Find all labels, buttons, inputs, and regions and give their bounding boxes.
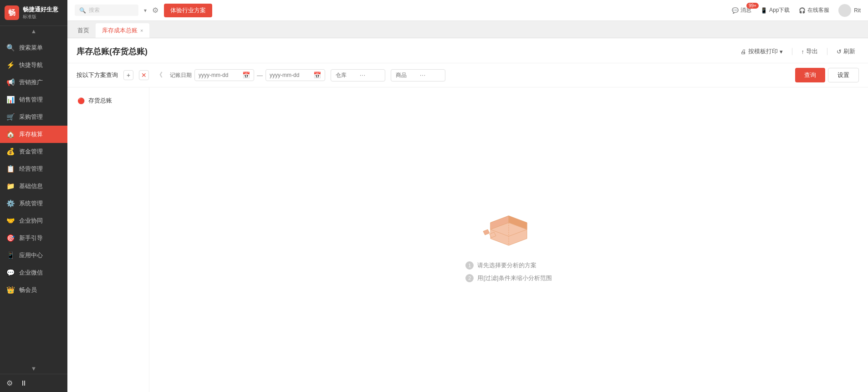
filter-collapse-btn[interactable]: 《 xyxy=(154,70,164,80)
nav-label-business: 经营管理 xyxy=(19,165,43,173)
app-title: 畅捷通好生意 xyxy=(23,6,58,14)
sidebar-scroll-up[interactable]: ▲ xyxy=(0,26,67,36)
tip-text-1: 请先选择要分析的方案 xyxy=(477,261,536,270)
query-btn[interactable]: 查询 xyxy=(795,68,825,82)
nav-icon-inventory: 🏠 xyxy=(6,130,15,138)
print-template-btn[interactable]: 🖨 按模板打印 ▾ xyxy=(737,46,786,57)
date-start-input[interactable]: 📅 xyxy=(194,69,254,81)
topbar-search[interactable]: 🔍 搜索 xyxy=(75,5,138,16)
tab-inventory-ledger[interactable]: 库存成本总账× xyxy=(96,23,149,38)
nav-label-shortcut: 快捷导航 xyxy=(19,61,43,69)
nav-icon-funds: 💰 xyxy=(6,148,15,156)
search-icon: 🔍 xyxy=(79,7,86,14)
action-separator-2 xyxy=(827,48,827,55)
nav-icon-business: 📋 xyxy=(6,165,15,173)
warehouse-more-icon: ··· xyxy=(360,72,380,78)
sidebar-item-sales[interactable]: 📊销售管理 xyxy=(0,91,67,108)
sidebar-item-marketing[interactable]: 📢营销推广 xyxy=(0,74,67,91)
filter-close-btn[interactable]: ✕ xyxy=(139,70,149,80)
warehouse-label: 仓库 xyxy=(336,71,356,79)
filter-label: 按以下方案查询 xyxy=(77,71,118,79)
user-name: Rit xyxy=(854,7,861,14)
main-content: 1 请先选择要分析的方案 2 用[过滤]条件来缩小分析范围 xyxy=(149,87,868,392)
sidebar-item-shortcut[interactable]: ⚡快捷导航 xyxy=(0,56,67,74)
message-btn[interactable]: 💬 消息 99+ xyxy=(732,6,751,14)
nav-icon-enterprise: 🤝 xyxy=(6,217,15,225)
tab-label-inventory-ledger: 库存成本总账 xyxy=(102,26,138,35)
page-header: 库存总账(存货总账) 🖨 按模板打印 ▾ ↑ 导出 ↺ 刷新 xyxy=(67,38,868,63)
app-download-btn[interactable]: 📱 App下载 xyxy=(761,6,790,14)
tip-text-2: 用[过滤]条件来缩小分析范围 xyxy=(477,274,551,282)
nav-label-basic: 基础信息 xyxy=(19,182,43,190)
app-logo-icon: 畅 xyxy=(5,5,19,20)
empty-illustration xyxy=(481,198,536,252)
nav-icon-basic: 📁 xyxy=(6,182,15,190)
nav-label-funds: 资金管理 xyxy=(19,148,43,156)
print-template-label: 按模板打印 xyxy=(748,47,778,56)
calendar-start-icon: 📅 xyxy=(242,71,250,79)
industry-btn[interactable]: 体验行业方案 xyxy=(164,4,212,17)
sidebar-item-newbie[interactable]: 🎯新手引导 xyxy=(0,229,67,247)
online-service-btn[interactable]: 🎧 在线客服 xyxy=(799,6,829,14)
goods-more-icon: ··· xyxy=(420,72,440,78)
tab-label-home: 首页 xyxy=(77,26,89,35)
nav-label-search: 搜索菜单 xyxy=(19,44,43,52)
nav-icon-system: ⚙️ xyxy=(6,199,15,208)
svg-marker-6 xyxy=(483,229,490,235)
user-area[interactable]: Rit xyxy=(838,4,861,17)
empty-tips: 1 请先选择要分析的方案 2 用[过滤]条件来缩小分析范围 xyxy=(465,261,551,282)
nav-label-wechat: 企业微信 xyxy=(19,269,43,277)
nav-icon-purchase: 🛒 xyxy=(6,113,15,121)
nav-label-system: 系统管理 xyxy=(19,199,43,208)
filter-add-btn[interactable]: + xyxy=(123,70,133,80)
date-start-field[interactable] xyxy=(199,72,240,78)
sidebar-item-enterprise[interactable]: 🤝企业协同 xyxy=(0,212,67,229)
message-icon: 💬 xyxy=(732,7,739,14)
app-subtitle: 标准版 xyxy=(23,14,58,20)
sidebar-item-purchase[interactable]: 🛒采购管理 xyxy=(0,108,67,126)
sidebar-item-inventory[interactable]: 🏠库存核算 xyxy=(0,126,67,143)
sidebar-item-business[interactable]: 📋经营管理 xyxy=(0,160,67,178)
page-title: 库存总账(存货总账) xyxy=(77,46,148,57)
tab-home[interactable]: 首页 xyxy=(71,23,96,38)
tabbar: 首页库存成本总账× xyxy=(67,21,868,38)
filter-item-label-inventory-ledger: 存货总账 xyxy=(88,97,112,105)
filter-bar: 按以下方案查询 + ✕ 《 记账日期 📅 — 📅 仓库 ··· xyxy=(67,63,868,87)
sidebar-item-system[interactable]: ⚙️系统管理 xyxy=(0,195,67,212)
nav-label-inventory: 库存核算 xyxy=(19,130,43,138)
export-btn[interactable]: ↑ 导出 xyxy=(798,46,822,57)
audio-icon[interactable]: ⏸ xyxy=(20,379,27,387)
goods-filter[interactable]: 商品 ··· xyxy=(391,69,445,81)
sidebar-item-wechat[interactable]: 💬企业微信 xyxy=(0,264,67,281)
sidebar-bottom: ⚙ ⏸ xyxy=(0,374,67,392)
sidebar: 畅 畅捷通好生意 标准版 ▲ 🔍搜索菜单⚡快捷导航📢营销推广📊销售管理🛒采购管理… xyxy=(0,0,67,392)
tab-close-inventory-ledger[interactable]: × xyxy=(140,28,143,33)
date-end-field[interactable] xyxy=(270,72,311,78)
settings-btn[interactable]: 设置 xyxy=(828,68,859,82)
main-area: 🔍 搜索 ▾ ⚙ 体验行业方案 💬 消息 99+ 📱 App下载 🎧 在线客服 … xyxy=(67,0,868,392)
empty-tip-1: 1 请先选择要分析的方案 xyxy=(465,261,551,270)
page-actions: 🖨 按模板打印 ▾ ↑ 导出 ↺ 刷新 xyxy=(737,46,859,57)
goods-label: 商品 xyxy=(396,71,416,79)
sidebar-scroll-down[interactable]: ▼ xyxy=(0,363,67,374)
date-end-input[interactable]: 📅 xyxy=(266,69,325,81)
nav-label-newbie: 新手引导 xyxy=(19,234,43,242)
headset-icon: 🎧 xyxy=(799,7,806,14)
filter-item-icon-inventory-ledger: 🔴 xyxy=(77,97,85,104)
calendar-end-icon: 📅 xyxy=(313,71,321,79)
warehouse-filter[interactable]: 仓库 ··· xyxy=(331,69,385,81)
sidebar-item-appcenter[interactable]: 📱应用中心 xyxy=(0,247,67,264)
topbar-chevron-icon[interactable]: ▾ xyxy=(144,7,147,14)
export-icon: ↑ xyxy=(802,48,805,55)
filter-panel-item-inventory-ledger[interactable]: 🔴存货总账 xyxy=(73,93,143,108)
refresh-btn[interactable]: ↺ 刷新 xyxy=(833,46,859,57)
sidebar-item-funds[interactable]: 💰资金管理 xyxy=(0,143,67,160)
sidebar-item-search[interactable]: 🔍搜索菜单 xyxy=(0,39,67,56)
nav-label-purchase: 采购管理 xyxy=(19,113,43,121)
search-placeholder: 搜索 xyxy=(89,6,100,14)
content-body: 🔴存货总账 xyxy=(67,87,868,392)
sidebar-item-member[interactable]: 👑畅会员 xyxy=(0,281,67,299)
topbar-gear-icon[interactable]: ⚙ xyxy=(152,6,158,15)
settings-icon[interactable]: ⚙ xyxy=(6,379,13,387)
sidebar-item-basic[interactable]: 📁基础信息 xyxy=(0,178,67,195)
